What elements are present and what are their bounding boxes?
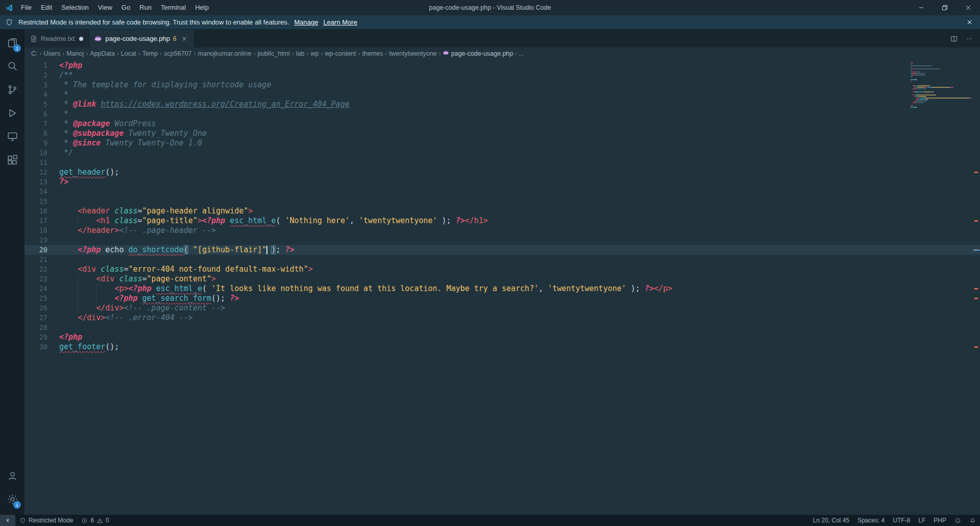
breadcrumb-segment[interactable]: AppData [89,50,115,57]
learn-more-link[interactable]: Learn More [323,18,357,26]
activity-run-debug[interactable] [0,102,24,126]
code-line-19[interactable]: 19 [24,235,980,245]
code-line-20[interactable]: 20 <?php echo do_shortcode( "[github-fla… [24,245,980,255]
code-line-25[interactable]: 25 <?php get_search_form(); ?> [24,294,980,303]
activity-extensions[interactable] [0,149,24,173]
close-button[interactable] [957,0,980,15]
minimap-line [911,107,972,108]
notifications-bell-icon[interactable] [965,515,980,526]
indent-guide [96,284,96,294]
indent-guide [78,284,78,294]
activity-accounts[interactable] [0,465,24,488]
code-line-22[interactable]: 22 <div class="error-404 not-found defau… [24,265,980,274]
activity-search[interactable] [0,55,24,79]
code-area[interactable]: 1<?php2/**3 * The template for displayin… [24,60,980,352]
breadcrumb-segment[interactable]: twentytwentyone [389,50,437,57]
manage-link[interactable]: Manage [294,18,318,26]
code-line-30[interactable]: 30get_footer(); [24,342,980,352]
code-line-15[interactable]: 15 [24,197,980,206]
problems-status[interactable]: 6 0 [77,515,113,526]
breadcrumb-segment[interactable]: C: [31,50,38,57]
code-line-6[interactable]: 6 * [24,109,980,119]
more-actions-icon[interactable] [963,32,976,45]
cursor-position-status[interactable]: Ln 20, Col 45 [809,515,853,526]
breadcrumb-segment[interactable]: Manoj [66,50,84,57]
minimap[interactable] [911,62,972,108]
activity-bar: 1 1 [0,30,24,515]
overview-ruler[interactable] [973,60,980,515]
menu-help[interactable]: Help [190,2,213,13]
line-number: 10 [24,148,59,158]
restore-button[interactable] [933,0,957,15]
breadcrumb-segment[interactable]: wp-content [324,50,356,57]
split-editor-icon[interactable] [947,32,961,45]
activity-remote-explorer[interactable] [0,126,24,149]
php-file-icon: php [94,35,102,43]
code-line-4[interactable]: 4 * [24,90,980,100]
tab-readme-txt[interactable]: Readme.txt [24,30,89,47]
breadcrumb-segment[interactable]: Users [43,50,61,57]
code-line-11[interactable]: 11 [24,158,980,168]
language-mode-status[interactable]: PHP [929,515,950,526]
extensions-icon [6,154,19,169]
menu-edit[interactable]: Edit [36,2,57,13]
minimize-button[interactable] [910,0,933,15]
breadcrumb-segment[interactable]: public_html [257,50,290,57]
banner-close-icon[interactable] [964,17,975,28]
breadcrumb-more[interactable]: ... [518,50,524,57]
code-line-23[interactable]: 23 <div class="page-content"> [24,274,980,284]
code-line-14[interactable]: 14 [24,187,980,197]
code-line-1[interactable]: 1<?php [24,61,980,70]
restricted-mode-status[interactable]: Restricted Mode [15,515,77,526]
tab-page-code-usage-php[interactable]: phppage-code-usage.php6 [89,30,194,47]
code-line-9[interactable]: 9 * @since Twenty Twenty-One 1.0 [24,138,980,148]
indentation-status[interactable]: Spaces: 4 [853,515,889,526]
breadcrumb-file[interactable]: phppage-code-usage.php [443,50,513,58]
code-line-13[interactable]: 13?> [24,177,980,187]
code-line-26[interactable]: 26 </div><!-- .page-content --> [24,303,980,313]
activity-source-control[interactable] [0,79,24,102]
banner-message: Restricted Mode is intended for safe cod… [18,18,289,26]
line-number: 8 [24,129,59,138]
menu-selection[interactable]: Selection [57,2,93,13]
breadcrumb-segment[interactable]: themes [362,50,384,57]
code-line-3[interactable]: 3 * The template for displaying shortcod… [24,80,980,90]
encoding-status[interactable]: UTF-8 [889,515,914,526]
line-number: 7 [24,119,59,129]
code-line-10[interactable]: 10 */ [24,148,980,158]
code-line-5[interactable]: 5 * @link https://codex.wordpress.org/Cr… [24,100,980,109]
breadcrumb-file-label: page-code-usage.php [451,50,513,57]
code-line-7[interactable]: 7 * @package WordPress [24,119,980,129]
code-editor[interactable]: 1<?php2/**3 * The template for displayin… [24,60,980,515]
code-line-17[interactable]: 17 <h1 class="page-title"><?php esc_html… [24,216,980,226]
activity-settings[interactable]: 1 [0,488,24,512]
menu-terminal[interactable]: Terminal [156,2,190,13]
breadcrumb-segment[interactable]: manojkumar.online [198,50,252,57]
menu-run[interactable]: Run [135,2,156,13]
code-line-24[interactable]: 24 <p><?php esc_html_e( 'It looks like n… [24,284,980,294]
menu-view[interactable]: View [93,2,117,13]
line-number: 6 [24,109,59,119]
code-line-16[interactable]: 16 <header class="page-header alignwide"… [24,206,980,216]
remote-indicator[interactable] [0,515,15,526]
breadcrumb-segment[interactable]: wp [310,50,319,57]
code-line-18[interactable]: 18 </header><!-- .page-header --> [24,226,980,235]
eol-status[interactable]: LF [914,515,929,526]
line-content: <h1 class="page-title"><?php esc_html_e(… [59,216,488,226]
code-line-2[interactable]: 2/** [24,70,980,80]
menu-file[interactable]: File [16,2,36,13]
breadcrumb-segment[interactable]: Local [120,50,137,57]
code-line-21[interactable]: 21 [24,255,980,265]
breadcrumb-segment[interactable]: lab [296,50,305,57]
tab-close-icon[interactable] [180,34,189,43]
feedback-icon[interactable] [950,515,965,526]
code-line-27[interactable]: 27 </div><!-- .error-404 --> [24,313,980,323]
activity-explorer[interactable]: 1 [0,32,24,55]
menu-go[interactable]: Go [117,2,135,13]
breadcrumb-segment[interactable]: Temp [142,50,159,57]
code-line-28[interactable]: 28 [24,323,980,332]
code-line-8[interactable]: 8 * @subpackage Twenty_Twenty_One [24,129,980,138]
breadcrumb-segment[interactable]: scp56707 [163,50,192,57]
code-line-29[interactable]: 29<?php [24,332,980,342]
code-line-12[interactable]: 12get_header(); [24,168,980,177]
